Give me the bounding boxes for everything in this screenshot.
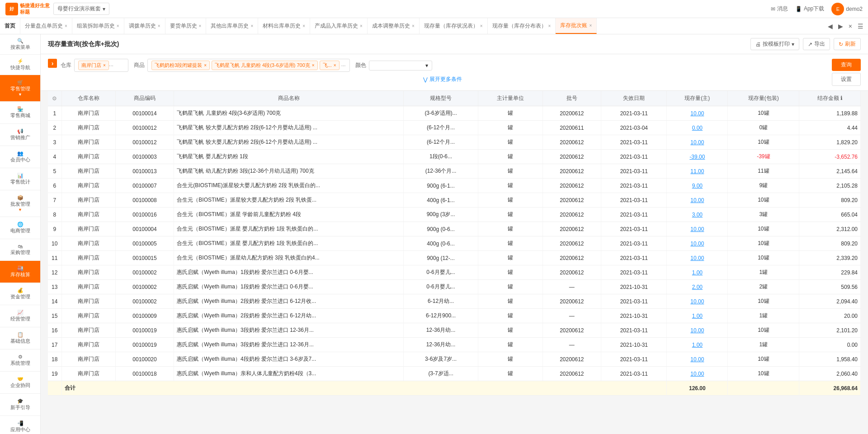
sidebar-item-inventory[interactable]: 🏭 库存核算 xyxy=(0,261,40,283)
cell-qty-main[interactable]: 10.00 xyxy=(667,367,728,381)
close-icon[interactable]: × xyxy=(360,24,363,28)
tag-close-icon[interactable]: × xyxy=(334,63,336,68)
product-input[interactable]: 飞鹤奶粉3段闭罐提装 × 飞鹤星飞帆 儿童奶粉 4段(3-6岁适用) 700克 … xyxy=(147,59,350,72)
cell-qty-main[interactable]: 10.00 xyxy=(667,251,728,265)
cell-qty-main[interactable]: 10.00 xyxy=(667,193,728,208)
cell-qty-main[interactable]: 10.00 xyxy=(667,222,728,236)
tab-prev-icon[interactable]: ◀ xyxy=(826,22,835,31)
cell-warehouse: 南岸门店 xyxy=(61,222,115,236)
close-icon[interactable]: × xyxy=(65,24,67,28)
stats-icon: 📊 xyxy=(2,173,38,179)
cell-warehouse: 南岸门店 xyxy=(61,150,115,164)
color-input[interactable]: ▾ xyxy=(369,61,432,71)
table-row: 7 南岸门店 00100008 合生元（BIOSTIME）派星较大婴儿配方奶粉 … xyxy=(48,193,861,208)
tab-chancheng[interactable]: 产成品入库单历史 × xyxy=(310,18,368,34)
tab-diaobao[interactable]: 调拨单历史 × xyxy=(124,18,165,34)
cell-balance: 229.84 xyxy=(799,265,861,280)
cell-qty-main[interactable]: 1.00 xyxy=(667,309,728,323)
chevron-down-icon: ▾ xyxy=(792,41,794,47)
refresh-btn[interactable]: ↻ 刷新 xyxy=(834,38,861,50)
close-icon[interactable]: × xyxy=(302,24,305,28)
sidebar-item-ecommerce[interactable]: 🌐 电商管理 xyxy=(0,217,40,239)
expand-more-btn[interactable]: ⋁ 展开更多条件 xyxy=(61,75,825,83)
close-icon[interactable]: × xyxy=(412,24,415,28)
sidebar-item-mall[interactable]: 🏪 零售商城 xyxy=(0,102,40,124)
cell-code: 00100002 xyxy=(115,294,174,309)
cell-qty-main[interactable]: 10.00 xyxy=(667,135,728,150)
close-icon[interactable]: × xyxy=(158,24,160,28)
template-print-btn[interactable]: 🖨 按模板打印 ▾ xyxy=(750,38,799,50)
cell-qty-main[interactable]: 10.00 xyxy=(667,323,728,338)
tab-zuhe[interactable]: 组装拆卸单历史 × xyxy=(72,18,124,34)
tag-close-icon[interactable]: × xyxy=(312,63,315,68)
sidebar-item-system[interactable]: ⚙ 系统管理 xyxy=(0,349,40,372)
sidebar-quicknav[interactable]: ⚡ 快捷导航 xyxy=(0,55,40,75)
cell-expire: 2021-03-04 xyxy=(601,121,667,135)
tab-home[interactable]: 首页 xyxy=(0,18,20,34)
cell-qty-main[interactable]: -39.00 xyxy=(667,150,728,164)
top-bar: 好 畅捷通好生意 标题 母婴行业演示账套 ▾ ✉ 消息 📱 App下载 E de… xyxy=(0,0,868,18)
cell-qty-main[interactable]: 10.00 xyxy=(667,106,728,121)
table-header-row: ⚙ 仓库名称 商品编码 商品名称 规格型号 主计量单位 批号 失效日期 现存量(… xyxy=(48,91,861,106)
close-icon[interactable]: × xyxy=(250,24,253,28)
message-btn[interactable]: ✉ 消息 xyxy=(771,5,788,13)
sidebar-item-basic[interactable]: 📋 基础信息 xyxy=(0,327,40,349)
app-download-btn[interactable]: 📱 App下载 xyxy=(795,5,824,13)
settings-btn[interactable]: 设置 xyxy=(832,73,861,86)
table-row: 6 南岸门店 00100007 合生元(BIOSTIME)派星较大婴儿配方奶粉 … xyxy=(48,179,861,193)
close-icon[interactable]: × xyxy=(480,24,483,28)
col-settings[interactable]: ⚙ xyxy=(48,91,61,106)
cell-qty-main[interactable]: 1.00 xyxy=(667,338,728,352)
tab-close-icon[interactable]: × xyxy=(847,22,854,31)
tab-kucun-pici[interactable]: 库存批次账 × xyxy=(556,18,597,34)
warehouse-input[interactable]: 南岸门店 × ··· xyxy=(74,59,128,72)
tab-cailiao[interactable]: 材料出库单历史 × xyxy=(258,18,310,34)
sidebar-item-wholesale[interactable]: 📦 批发管理 ▼ xyxy=(0,190,40,217)
sidebar-item-retail[interactable]: 🛒 零售管理 ▼ xyxy=(0,75,40,102)
close-icon[interactable]: × xyxy=(589,23,592,28)
cell-qty-main[interactable]: 10.00 xyxy=(667,236,728,251)
cell-qty-main[interactable]: 0.00 xyxy=(667,121,728,135)
cell-code: 00100004 xyxy=(115,222,174,236)
sidebar-item-marketing[interactable]: 📢 营销推广 xyxy=(0,124,40,146)
close-icon[interactable]: × xyxy=(199,24,202,28)
account-selector[interactable]: 母婴行业演示账套 ▾ xyxy=(53,3,109,15)
cell-qty-main[interactable]: 10.00 xyxy=(667,352,728,367)
settings-icon[interactable]: ⚙ xyxy=(52,95,57,102)
expand-filter-btn[interactable]: › xyxy=(48,59,57,68)
sidebar-item-member[interactable]: 👥 会员中心 xyxy=(0,146,40,168)
tab-qita[interactable]: 其他出库单历史 × xyxy=(206,18,258,34)
sidebar-item-finance[interactable]: 💰 资金管理 xyxy=(0,283,40,305)
export-btn[interactable]: ↗ 导出 xyxy=(803,38,830,50)
tab-menu-icon[interactable]: ☰ xyxy=(856,22,865,31)
cell-qty-main[interactable]: 2.00 xyxy=(667,280,728,294)
sidebar-item-purchase[interactable]: 🛍 采购管理 xyxy=(0,239,40,261)
tag-close-icon[interactable]: × xyxy=(103,63,106,68)
cell-qty-main[interactable]: 11.00 xyxy=(667,164,728,179)
cell-qty-main[interactable]: 3.00 xyxy=(667,208,728,222)
cell-batch: 20200612 xyxy=(542,164,601,179)
tab-kucun-zhuang[interactable]: 现存量（库存状况表） × xyxy=(420,18,488,34)
close-icon[interactable]: × xyxy=(117,24,119,28)
cell-qty-main[interactable]: 9.00 xyxy=(667,179,728,193)
user-avatar[interactable]: E demo2 xyxy=(831,3,863,15)
sidebar-item-operations[interactable]: 📈 经营管理 xyxy=(0,305,40,327)
sidebar-item-appcenter[interactable]: 📲 应用中心 xyxy=(0,416,40,434)
sidebar-search[interactable]: 🔍 搜索菜单 xyxy=(0,34,40,55)
query-btn[interactable]: 查询 xyxy=(832,59,861,71)
close-icon[interactable]: × xyxy=(548,24,551,28)
sidebar-item-guide[interactable]: 🎓 新手引导 xyxy=(0,394,40,416)
tag-close-icon[interactable]: × xyxy=(204,63,207,68)
cell-spec: (3-6岁适用)... xyxy=(404,106,478,121)
sidebar-item-retail-stats[interactable]: 📊 零售统计 xyxy=(0,168,40,190)
tab-fenpan[interactable]: 分量盘点单历史 × xyxy=(20,18,72,34)
cell-name: 合生元（BIOSTIME）派星幼儿配方奶粉 3段 乳铁蛋白的4... xyxy=(174,251,404,265)
cell-qty-main[interactable]: 1.00 xyxy=(667,265,728,280)
cell-unit: 罐 xyxy=(478,309,542,323)
sidebar-item-enterprise[interactable]: 🤝 企业协同 xyxy=(0,372,40,394)
tab-yaohuo[interactable]: 要货单历史 × xyxy=(165,18,207,34)
cell-qty-main[interactable]: 10.00 xyxy=(667,294,728,309)
tab-chengben[interactable]: 成本调整单历史 × xyxy=(368,18,420,34)
tab-next-icon[interactable]: ▶ xyxy=(836,22,845,31)
tab-kucun-fen[interactable]: 现存量（库存分布表） × xyxy=(488,18,556,34)
